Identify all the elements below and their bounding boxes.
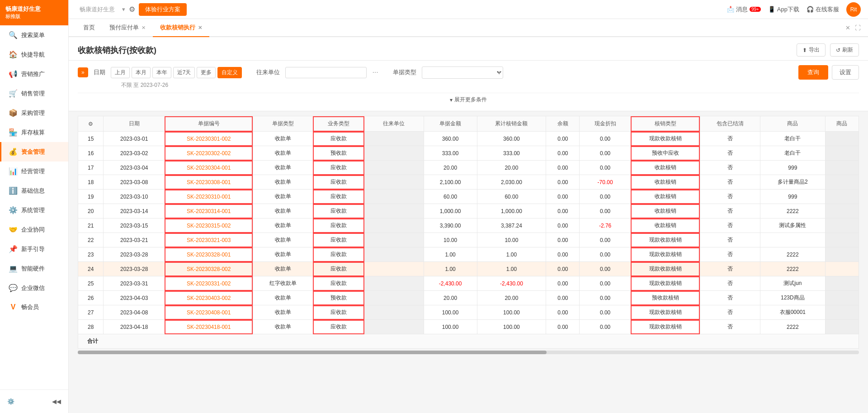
table-row: 19 2023-03-10 SK-20230310-001 收款单 应收款 60…	[78, 190, 859, 204]
doc-no-link[interactable]: SK-20230304-001	[187, 165, 231, 171]
cell-amount: 360.00	[424, 132, 477, 146]
date-btn-more[interactable]: 更多	[197, 67, 216, 78]
date-btn-this-month[interactable]: 本月	[132, 67, 151, 78]
sidebar-item-enterprise-collab[interactable]: 🤝 企业协同	[0, 220, 68, 239]
sidebar-item-inventory[interactable]: 🏪 库存核算	[0, 123, 68, 142]
cell-accum-amount: 100.00	[477, 320, 546, 334]
cell-partner	[364, 262, 424, 276]
doc-no-link[interactable]: SK-20230418-001	[187, 324, 231, 330]
app-download-button[interactable]: 📱 App下载	[768, 5, 799, 14]
doc-no-link[interactable]: SK-20230308-001	[187, 179, 231, 185]
tab-home[interactable]: 首页	[76, 19, 102, 37]
cell-date: 2023-03-31	[104, 276, 165, 291]
sidebar-bottom-settings[interactable]: ⚙️ ◀◀	[0, 394, 68, 409]
sidebar-item-smart-hardware[interactable]: 💻 智能硬件	[0, 259, 68, 278]
sidebar-item-operation[interactable]: 📊 经营管理	[0, 161, 68, 181]
cell-include-settled: 否	[700, 305, 760, 320]
date-btn-this-year[interactable]: 本年	[152, 67, 171, 78]
cell-include-settled: 否	[700, 175, 760, 190]
doc-no-link[interactable]: SK-20230328-002	[187, 266, 231, 272]
doc-no-link[interactable]: SK-20230315-002	[187, 223, 231, 229]
sidebar-item-enterprise-wechat[interactable]: 💬 企业微信	[0, 278, 68, 298]
doc-no-link[interactable]: SK-20230328-001	[187, 252, 231, 258]
topbar-settings-icon[interactable]: ⚙	[129, 5, 135, 14]
messages-button[interactable]: 📩 消息 99+	[727, 5, 761, 14]
col-settings-header[interactable]: ⚙	[78, 116, 104, 132]
cell-doc-no: SK-20230321-003	[165, 233, 253, 247]
doc-no-link[interactable]: SK-20230310-001	[187, 194, 231, 200]
table-row: 24 2023-03-28 SK-20230328-002 收款单 应收款 1.…	[78, 262, 859, 276]
doc-no-link[interactable]: SK-20230321-003	[187, 237, 231, 243]
cell-cash-discount: -2.76	[580, 218, 631, 233]
cell-num: 21	[78, 218, 104, 233]
cell-goods2	[825, 204, 859, 218]
table-row: 18 2023-03-08 SK-20230308-001 收款单 应收款 2,…	[78, 175, 859, 190]
cell-cash-discount: 0.00	[580, 305, 631, 320]
tab-collection-exec-close[interactable]: ✕	[198, 25, 202, 31]
cell-accum-amount: 1.00	[477, 247, 546, 262]
user-avatar[interactable]: Rit	[846, 2, 861, 17]
sidebar-item-basic-info[interactable]: ℹ️ 基础信息	[0, 181, 68, 200]
doc-no-link[interactable]: SK-20230301-002	[187, 136, 231, 142]
sidebar-item-purchase[interactable]: 📦 采购管理	[0, 103, 68, 123]
cell-goods1: 123D商品	[760, 291, 825, 305]
sidebar-item-search-menu[interactable]: 🔍 搜索菜单	[0, 25, 68, 45]
sidebar-item-sales[interactable]: 🛒 销售管理	[0, 84, 68, 103]
cell-num: 18	[78, 175, 104, 190]
cell-doc-no: SK-20230331-002	[165, 276, 253, 291]
sales-icon: 🛒	[9, 89, 18, 98]
doc-no-link[interactable]: SK-20230302-002	[187, 150, 231, 157]
date-btn-7days[interactable]: 近7天	[173, 67, 195, 78]
doc-no-link[interactable]: SK-20230403-002	[187, 295, 231, 301]
doc-no-link[interactable]: SK-20230408-001	[187, 309, 231, 316]
collab-icon: 🤝	[9, 225, 18, 234]
filter-collapse-button[interactable]: »	[78, 67, 88, 77]
filter-settings-button[interactable]: 设置	[832, 65, 859, 80]
bottom-collapse-icon[interactable]: ◀◀	[52, 398, 61, 405]
tab-expand-icon[interactable]: ⛶	[855, 24, 861, 31]
cell-goods1: 999	[760, 190, 825, 204]
wechat-icon: 💬	[9, 284, 18, 292]
date-btn-last-month[interactable]: 上月	[111, 67, 130, 78]
cell-accum-amount: 1.00	[477, 262, 546, 276]
table-row: 20 2023-03-14 SK-20230314-001 收款单 应收款 1,…	[78, 204, 859, 218]
sidebar-item-vip[interactable]: V 畅会员	[0, 298, 68, 317]
date-btn-custom[interactable]: 自定义	[217, 67, 242, 78]
cell-num: 22	[78, 233, 104, 247]
sidebar-item-finance[interactable]: 💰 资金管理	[0, 142, 68, 161]
cell-goods2	[825, 175, 859, 190]
sidebar-item-guide[interactable]: 📌 新手引导	[0, 239, 68, 259]
tab-pre-paid-close[interactable]: ✕	[142, 25, 146, 31]
tab-pre-paid[interactable]: 预付应付单 ✕	[102, 19, 153, 37]
export-button[interactable]: ⬆ 导出	[797, 43, 826, 57]
cell-accum-amount: 333.00	[477, 146, 546, 161]
cell-goods2	[825, 305, 859, 320]
refresh-button[interactable]: ↺ 刷新	[830, 43, 859, 57]
topbar-chevron-down-icon[interactable]: ▾	[122, 6, 125, 13]
cell-doc-no: SK-20230408-001	[165, 305, 253, 320]
cell-partner	[364, 218, 424, 233]
cell-num: 17	[78, 161, 104, 175]
tab-collection-exec[interactable]: 收款核销执行 ✕	[153, 19, 209, 37]
sidebar-item-quick-nav[interactable]: 🏠 快捷导航	[0, 45, 68, 64]
sidebar-item-marketing[interactable]: 📢 营销推广	[0, 64, 68, 84]
query-button[interactable]: 查询	[798, 65, 828, 80]
partner-input[interactable]	[285, 67, 367, 78]
cell-verify-type: 预收款核销	[631, 291, 700, 305]
partner-dots[interactable]: ···	[372, 68, 378, 76]
solution-button[interactable]: 体验行业方案	[139, 3, 187, 16]
cell-date: 2023-03-02	[104, 146, 165, 161]
cell-doc-no: SK-20230315-002	[165, 218, 253, 233]
cell-date: 2023-03-04	[104, 161, 165, 175]
horizontal-scrollbar[interactable]	[78, 351, 859, 354]
tab-close-all-icon[interactable]: ✕	[845, 24, 850, 31]
online-service-button[interactable]: 🎧 在线客服	[807, 5, 839, 14]
doc-no-link[interactable]: SK-20230314-001	[187, 208, 231, 214]
col-balance-header: 余额	[546, 116, 580, 132]
doc-type-select[interactable]	[422, 66, 503, 79]
expand-more-button[interactable]: ▾ 展开更多条件	[78, 93, 859, 106]
table-scroll-area[interactable]: ⚙ 日期 单据编号 单据类型 业务类型 往来单位 单据金额 累计核销金额 余额 …	[78, 111, 859, 349]
sidebar-item-system[interactable]: ⚙️ 系统管理	[0, 200, 68, 220]
doc-no-link[interactable]: SK-20230331-002	[187, 280, 231, 287]
cell-amount: 333.00	[424, 146, 477, 161]
